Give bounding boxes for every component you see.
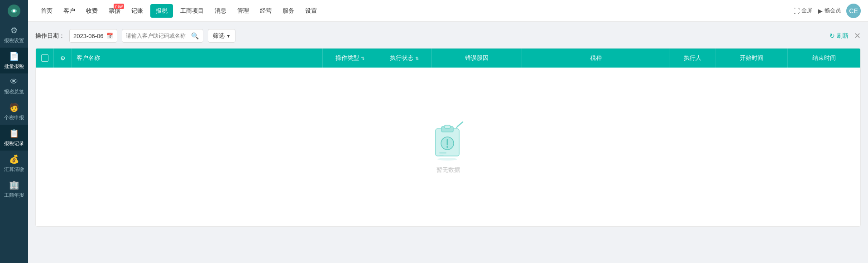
nav-jingying[interactable]: 经营 xyxy=(254,0,277,22)
sort-icon-optype: ⇅ xyxy=(361,56,364,61)
content: 操作日期： 2023-06-06 📅 🔍 筛选 ▼ ↻ 刷新 xyxy=(28,22,868,263)
th-client: 客户名称 xyxy=(72,49,323,68)
settings-icon: ⚙ xyxy=(60,55,66,62)
svg-point-1 xyxy=(13,10,15,12)
svg-point-9 xyxy=(446,146,448,148)
th-gear[interactable]: ⚙ xyxy=(54,49,72,68)
search-input[interactable] xyxy=(126,33,189,39)
user-avatar[interactable]: CE xyxy=(846,4,861,18)
main-area: 首页 客户 收费 票据 new 记账 报税 工商项目 消息 管理 经营 xyxy=(28,0,868,263)
nav-shezhi[interactable]: 设置 xyxy=(300,0,322,22)
search-input-wrap[interactable]: 🔍 xyxy=(122,29,203,43)
sidebar-item-baoshuishezhi[interactable]: ⚙ 报税设置 xyxy=(0,22,28,48)
sort-icon-status: ⇅ xyxy=(415,56,419,61)
svg-rect-6 xyxy=(444,125,451,128)
th-executor: 执行人 xyxy=(670,49,715,68)
th-optype[interactable]: 操作类型 ⇅ xyxy=(323,49,377,68)
geshuishenling-icon: 🧑 xyxy=(9,102,19,112)
svg-point-12 xyxy=(437,158,457,161)
nav-xiaoxi[interactable]: 消息 xyxy=(209,0,232,22)
nav-piaoju[interactable]: 票据 new xyxy=(103,0,126,22)
th-endtime: 结束时间 xyxy=(788,49,860,68)
toolbar: 操作日期： 2023-06-06 📅 🔍 筛选 ▼ ↻ 刷新 xyxy=(35,29,861,43)
close-icon: ✕ xyxy=(854,31,861,40)
sidebar-item-baoshuizonglan[interactable]: 👁 报税总览 xyxy=(0,73,28,99)
empty-state: 暂无数据 xyxy=(430,102,466,192)
gongshangnianling-icon: 🏢 xyxy=(9,180,19,190)
sidebar-item-piliangbaoshui[interactable]: 📄 批量报税 xyxy=(0,48,28,73)
sidebar-item-huisuanjiaona[interactable]: 💰 汇算清缴 xyxy=(0,151,28,176)
sidebar-item-geshuishenling[interactable]: 🧑 个税申报 xyxy=(0,99,28,125)
sidebar-logo xyxy=(0,0,28,22)
topnav-right: ⛶ 全屏 ▶ 畅会员 CE xyxy=(793,4,861,18)
sidebar-item-gongshangnianling[interactable]: 🏢 工商年报 xyxy=(0,176,28,202)
member-button[interactable]: ▶ 畅会员 xyxy=(818,7,841,15)
th-status[interactable]: 执行状态 ⇅ xyxy=(377,49,432,68)
table-header: ⚙ 客户名称 操作类型 ⇅ 执行状态 ⇅ 错误股因 xyxy=(36,49,860,68)
baoshuijilu-icon: 📋 xyxy=(9,128,19,138)
svg-rect-10 xyxy=(439,152,446,154)
chevron-down-icon: ▼ xyxy=(226,34,231,39)
nav-baoshui[interactable]: 报税 xyxy=(150,4,173,18)
nav-fuwu[interactable]: 服务 xyxy=(277,0,300,22)
toolbar-right: ↻ 刷新 ✕ xyxy=(830,31,861,41)
svg-rect-11 xyxy=(439,155,444,156)
baoshuizonglan-icon: 👁 xyxy=(10,77,18,87)
huisuanjiaona-icon: 💰 xyxy=(9,154,19,164)
nav-gongshangxiangmu[interactable]: 工商项目 xyxy=(175,0,209,22)
nav-shouye[interactable]: 首页 xyxy=(35,0,58,22)
nav-jizhang[interactable]: 记账 xyxy=(126,0,149,22)
th-starttime: 开始时间 xyxy=(715,49,788,68)
th-check[interactable] xyxy=(36,49,54,68)
baoshuishezhi-icon: ⚙ xyxy=(10,25,18,35)
fullscreen-button[interactable]: ⛶ 全屏 xyxy=(793,7,812,15)
empty-text: 暂无数据 xyxy=(436,166,460,174)
close-button[interactable]: ✕ xyxy=(854,31,861,41)
data-table: ⚙ 客户名称 操作类型 ⇅ 执行状态 ⇅ 错误股因 xyxy=(35,48,861,227)
piliangbaoshui-icon: 📄 xyxy=(9,51,19,61)
topnav: 首页 客户 收费 票据 new 记账 报税 工商项目 消息 管理 经营 xyxy=(28,0,868,22)
calendar-icon: 📅 xyxy=(106,33,113,39)
nav-kehu[interactable]: 客户 xyxy=(58,0,81,22)
search-icon[interactable]: 🔍 xyxy=(191,32,199,39)
nav-guanli[interactable]: 管理 xyxy=(232,0,254,22)
nav-shoufei[interactable]: 收费 xyxy=(81,0,103,22)
page-content: 操作日期： 2023-06-06 📅 🔍 筛选 ▼ ↻ 刷新 xyxy=(28,22,868,263)
select-all-checkbox[interactable] xyxy=(41,54,48,62)
new-badge: new xyxy=(114,4,124,10)
filter-button[interactable]: 筛选 ▼ xyxy=(208,29,236,43)
refresh-button[interactable]: ↻ 刷新 xyxy=(830,32,849,40)
date-picker[interactable]: 2023-06-06 📅 xyxy=(69,29,117,43)
sidebar-item-baoshuijilu[interactable]: 📋 报税记录 xyxy=(0,125,28,151)
th-tax: 税种 xyxy=(522,49,670,68)
video-icon: ▶ xyxy=(818,7,823,15)
sidebar: ⚙ 报税设置 📄 批量报税 👁 报税总览 🧑 个税申报 📋 报税记录 💰 汇算清… xyxy=(0,0,28,263)
date-label: 操作日期： xyxy=(35,32,65,40)
empty-illustration xyxy=(430,120,466,161)
fullscreen-icon: ⛶ xyxy=(793,7,800,15)
refresh-icon: ↻ xyxy=(830,32,835,39)
table-body: 暂无数据 xyxy=(36,68,860,226)
th-error: 错误股因 xyxy=(432,49,522,68)
